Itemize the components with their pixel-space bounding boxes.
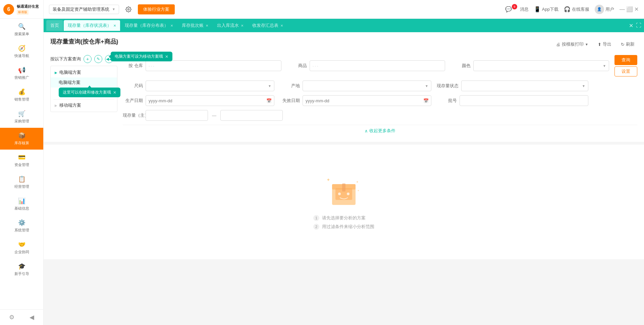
scheme-item-mobile[interactable]: ▶ 移动端方案 [51,100,117,110]
sidebar-collapse-btn[interactable]: ◀ [28,312,36,322]
collapse-btn[interactable]: ∧ 收起更多条件 [123,125,637,137]
tooltip2-close[interactable]: ✕ [113,90,116,95]
stock-qty-dash: — [212,113,216,118]
sidebar-item-guide[interactable]: 🎓 新手引导 [0,259,43,280]
svg-text:✦: ✦ [357,189,360,192]
tab-bar-actions: ✕ ⛶ [629,22,641,29]
online-service-action[interactable]: 🎧 在线客服 [564,6,589,12]
goods-input[interactable]: ··· [310,60,445,71]
prod-date-input[interactable] [146,95,274,106]
sidebar-item-purchase[interactable]: 🛒 采购管理 [0,106,43,128]
sidebar-settings-btn[interactable]: ⚙ [8,312,16,322]
header-right-actions: — ⬜ ✕ [620,6,639,12]
origin-dropdown[interactable]: ▼ [303,80,431,91]
online-service-label: 在线客服 [572,6,589,12]
sidebar-item-finance[interactable]: 💳 资金管理 [0,150,43,171]
tab-batch-account[interactable]: 库存批次账 ✕ [178,20,212,31]
warehouse-input[interactable]: ··· [146,60,281,71]
size-dropdown[interactable]: ▼ [146,80,274,91]
tab-recv-summary[interactable]: 收发存汇总表 ✕ [248,20,287,31]
empty-hint-2: 2 用过滤条件来缩小分析范围 [313,224,374,230]
industry-button[interactable]: 体验行业方案 [138,4,175,14]
color-dropdown[interactable]: ▼ [473,60,609,71]
page-header-actions: 🖨 按模板打印 ▼ ⬆ 导出 ↻ 刷新 [553,40,637,49]
notification-action[interactable]: 💬 9 消息 [505,6,529,12]
sidebar-label-cooperation: 企业协同 [14,250,29,255]
filter-row-4: 现存量（主） — [123,110,637,121]
export-icon: ⬆ [598,42,601,47]
tab-close-batch-account[interactable]: ✕ [206,24,208,28]
tab-inventory-status[interactable]: 现存量（库存状况表） ✕ [64,20,120,31]
filter-row-2: 尺码 ▼ 产地 ▼ [123,80,637,91]
user-action[interactable]: 👤 用户 [595,5,614,14]
user-label: 用户 [605,6,614,12]
svg-text:✦: ✦ [326,177,330,182]
tab-inventory-dist[interactable]: 现存量（库存分布表） ✕ [121,20,177,31]
app-download-action[interactable]: 📱 App下载 [534,6,558,12]
sidebar-label-guide: 新手引导 [14,271,29,276]
tab-fullscreen-btn[interactable]: ⛶ [636,22,641,29]
cooperation-icon: 🤝 [18,241,25,248]
chevron-down-icon: ▼ [585,43,588,46]
batch-input[interactable] [460,95,588,106]
prod-date-calendar-icon[interactable]: 📅 [266,98,272,103]
sidebar-label-purchase: 采购管理 [14,119,29,124]
sidebar-label-system: 系统管理 [14,228,29,233]
scheme-desktop-label: 电脑端方案 [59,69,81,75]
tab-close-in-out-flow[interactable]: ✕ [241,24,244,28]
sidebar-item-inventory[interactable]: 📦 库存核算 [0,128,43,150]
stock-qty-min-input[interactable] [146,110,208,121]
tab-in-out-flow[interactable]: 出入库流水 ✕ [213,20,248,31]
edit-scheme-btn[interactable]: ✎ [94,55,102,63]
system-select[interactable]: 装备及固定资产辅助管理系统 ▼ [49,5,119,14]
sidebar-item-cooperation[interactable]: 🤝 企业协同 [0,237,43,259]
empty-hints: 1 请先选择要分析的方案 2 用过滤条件来缩小分析范围 [313,215,374,232]
stock-status-dropdown[interactable]: ▼ [461,80,588,91]
expire-date-input[interactable] [303,95,431,106]
sidebar-item-search[interactable]: 🔍 搜索菜单 [0,19,43,41]
avatar-text: 👤 [597,7,602,11]
sidebar-item-marketing[interactable]: 📢 营销推广 [0,62,43,84]
empty-content: ✦ ✦ ✦ 1 请先选择要分析的方案 2 用过滤条件来缩小分析范围 [313,171,374,232]
tooltip-create-scheme: 这里可以创建和修改方案哦 ✕ [59,88,120,97]
scheme-item-desktop[interactable]: ▶ 电脑端方案 [51,67,117,77]
sales-icon: 💰 [18,88,25,96]
tab-home[interactable]: 首页 [46,20,63,31]
sidebar-item-operations[interactable]: 📋 经营管理 [0,171,43,193]
sidebar-item-basic-info[interactable]: 📊 基础信息 [0,193,43,215]
refresh-icon: ↻ [621,42,625,47]
chevron-down-icon: ▼ [112,7,115,11]
print-btn[interactable]: 🖨 按模板打印 ▼ [553,40,591,49]
tab-close-inventory-dist[interactable]: ✕ [170,24,173,28]
reset-button[interactable]: 设置 [614,66,637,76]
sidebar-item-quick-nav[interactable]: 🧭 快速导航 [0,41,43,62]
tab-close-inventory-status[interactable]: ✕ [113,24,116,28]
hint-num-2: 2 [313,224,319,230]
tab-close-all-btn[interactable]: ✕ [629,22,633,29]
print-label: 按模板打印 [562,41,584,47]
sidebar-item-system[interactable]: ⚙️ 系统管理 [0,215,43,237]
sidebar-item-sales[interactable]: 💰 销售管理 [0,84,43,106]
settings-button[interactable] [123,4,134,15]
tooltip1-close[interactable]: ✕ [165,54,168,59]
sidebar-label-sales: 销售管理 [14,97,29,102]
warehouse-dots: ··· [149,63,155,68]
filter-origin: 产地 ▼ [280,80,431,91]
filter-expire-date: 失效日期 📅 [280,95,431,106]
add-scheme-btn[interactable]: + [84,55,92,63]
tab-close-recv-summary[interactable]: ✕ [280,24,283,28]
maximize-icon[interactable]: ⬜ [626,6,633,12]
refresh-btn[interactable]: ↻ 刷新 [618,40,637,49]
scheme-subitem[interactable]: 电脑端方案 [51,77,117,88]
close-icon[interactable]: ✕ [634,6,639,12]
service-icon: 🎧 [564,6,571,12]
export-btn[interactable]: ⬆ 导出 [595,40,614,49]
expire-date-calendar-icon[interactable]: 📅 [423,98,429,103]
search-button[interactable]: 查询 [614,55,637,65]
stock-status-label: 现存量状态 [437,83,459,89]
empty-illustration: ✦ ✦ ✦ [324,171,364,208]
svg-point-5 [347,193,350,195]
minimize-icon[interactable]: — [620,6,625,12]
stock-qty-max-input[interactable] [220,110,283,121]
sidebar-label-quick-nav: 快速导航 [14,53,29,58]
